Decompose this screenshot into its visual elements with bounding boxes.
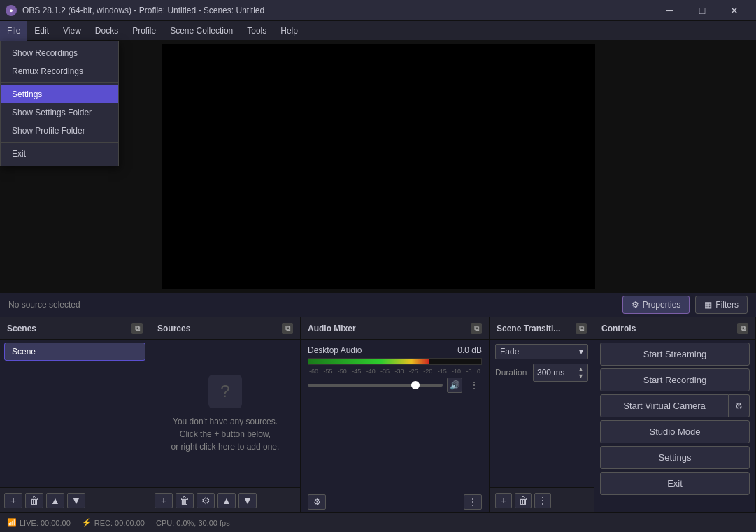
menu-tools[interactable]: Tools	[240, 21, 273, 41]
audio-menu-button[interactable]: ⋮	[466, 378, 482, 393]
audio-settings-button[interactable]: ⚙	[308, 494, 326, 510]
audio-meter-fill	[308, 359, 429, 364]
live-icon: 📶	[7, 518, 17, 527]
duration-value: 300 ms	[537, 368, 564, 378]
scenes-panel-content: Scene	[0, 340, 150, 487]
scenes-panel-title: Scenes	[7, 324, 36, 333]
menu-remux-recordings[interactable]: Remux Recordings	[1, 62, 118, 80]
sources-panel-content: ? You don't have any sources.Click the +…	[150, 340, 300, 487]
transitions-panel-undock-icon[interactable]: ⧉	[576, 323, 587, 334]
transition-select[interactable]: Fade ▾	[495, 344, 588, 359]
audio-controls-row: 🔊 ⋮	[308, 378, 482, 393]
transitions-add-button[interactable]: +	[495, 493, 512, 508]
scenes-panel-undock-icon[interactable]: ⧉	[131, 323, 143, 334]
controls-panel-content: Start Streaming Start Recording Start Vi…	[594, 340, 755, 512]
rec-timer: REC: 00:00:00	[94, 519, 145, 527]
virtual-camera-settings-button[interactable]: ⚙	[729, 394, 750, 417]
panels: Scenes ⧉ Scene + 🗑 ▲ ▼ Sources ⧉ ? You d…	[0, 317, 756, 512]
audio-mixer-header: Audio Mixer ⧉	[301, 317, 489, 340]
titlebar-title: OBS 28.1.2 (64-bit, windows) - Profile: …	[22, 6, 264, 15]
sources-panel: Sources ⧉ ? You don't have any sources.C…	[150, 317, 301, 512]
cpu-status: CPU: 0.0%, 30.00 fps	[156, 519, 230, 527]
menu-show-profile-folder[interactable]: Show Profile Folder	[1, 122, 118, 140]
question-icon: ?	[208, 375, 242, 408]
menu-view[interactable]: View	[56, 21, 88, 41]
sources-panel-title: Sources	[157, 324, 190, 333]
menu-profile[interactable]: Profile	[125, 21, 163, 41]
menu-bar: File Edit View Docks Profile Scene Colle…	[0, 21, 756, 41]
menu-edit[interactable]: Edit	[27, 21, 56, 41]
audio-channel-desktop: Desktop Audio 0.0 dB -60 -55 -50 -45 -40…	[301, 340, 489, 398]
virtual-camera-row: Start Virtual Camera ⚙	[600, 394, 750, 417]
scenes-up-button[interactable]: ▲	[46, 493, 64, 508]
menu-docks[interactable]: Docks	[88, 21, 125, 41]
sources-down-button[interactable]: ▼	[238, 493, 257, 508]
volume-slider[interactable]	[308, 384, 443, 387]
titlebar-left: ● OBS 28.1.2 (64-bit, windows) - Profile…	[6, 5, 264, 16]
sources-remove-button[interactable]: 🗑	[176, 493, 194, 508]
studio-mode-button[interactable]: Studio Mode	[600, 420, 750, 443]
sources-panel-header: Sources ⧉	[150, 317, 300, 340]
controls-panel: Controls ⧉ Start Streaming Start Recordi…	[594, 317, 756, 512]
sources-up-button[interactable]: ▲	[217, 493, 236, 508]
scenes-down-button[interactable]: ▼	[67, 493, 85, 508]
transitions-panel-header: Scene Transiti... ⧉	[490, 317, 594, 340]
mute-button[interactable]: 🔊	[447, 378, 462, 393]
filters-button[interactable]: ▦ Filters	[695, 296, 748, 314]
settings-button[interactable]: Settings	[600, 446, 750, 469]
scene-item-scene[interactable]: Scene	[4, 343, 145, 361]
sources-empty-text: You don't have any sources.Click the + b…	[171, 415, 280, 453]
controls-panel-title: Controls	[601, 324, 636, 333]
menu-exit[interactable]: Exit	[1, 145, 118, 163]
menu-help[interactable]: Help	[273, 21, 305, 41]
audio-channel-name: Desktop Audio	[308, 345, 362, 355]
live-status: 📶 LIVE: 00:00:00	[7, 518, 71, 527]
start-recording-button[interactable]: Start Recording	[600, 368, 750, 391]
menu-settings[interactable]: Settings	[1, 85, 118, 103]
menu-file[interactable]: File	[0, 21, 27, 41]
controls-panel-undock-icon[interactable]: ⧉	[737, 323, 748, 334]
menu-scene-collection[interactable]: Scene Collection	[163, 21, 240, 41]
audio-mixer-title: Audio Mixer	[308, 324, 356, 333]
sources-panel-undock-icon[interactable]: ⧉	[282, 323, 293, 334]
controls-panel-header: Controls ⧉	[594, 317, 755, 340]
scene-transitions-panel: Scene Transiti... ⧉ Fade ▾ Duration 300 …	[490, 317, 594, 512]
audio-channel-db: 0.0 dB	[457, 345, 482, 355]
titlebar-controls: ─ □ ✕	[654, 0, 750, 21]
menu-divider-1	[1, 82, 118, 83]
status-bar: 📶 LIVE: 00:00:00 ⚡ REC: 00:00:00 CPU: 0.…	[0, 512, 756, 532]
minimize-button[interactable]: ─	[654, 0, 686, 21]
exit-button[interactable]: Exit	[600, 472, 750, 495]
start-virtual-camera-button[interactable]: Start Virtual Camera	[600, 394, 729, 417]
sources-settings-button[interactable]: ⚙	[197, 493, 215, 508]
audio-mixer-content: Desktop Audio 0.0 dB -60 -55 -50 -45 -40…	[301, 340, 489, 491]
sources-empty-state: ? You don't have any sources.Click the +…	[150, 340, 300, 487]
transitions-remove-button[interactable]: 🗑	[515, 493, 532, 508]
start-streaming-button[interactable]: Start Streaming	[600, 343, 750, 366]
scenes-remove-button[interactable]: 🗑	[25, 493, 43, 508]
maximize-button[interactable]: □	[686, 0, 718, 21]
audio-mixer-undock-icon[interactable]: ⧉	[471, 323, 482, 334]
preview-screen	[162, 44, 595, 289]
menu-divider-2	[1, 142, 118, 143]
audio-meter-bar	[308, 358, 482, 365]
app-icon: ●	[6, 5, 17, 16]
live-timer: LIVE: 00:00:00	[20, 519, 71, 527]
menu-show-recordings[interactable]: Show Recordings	[1, 44, 118, 62]
transitions-menu-button[interactable]: ⋮	[534, 493, 551, 508]
audio-mixer-panel: Audio Mixer ⧉ Desktop Audio 0.0 dB -60 -…	[301, 317, 490, 512]
rec-status: ⚡ REC: 00:00:00	[82, 518, 145, 527]
menu-show-settings-folder[interactable]: Show Settings Folder	[1, 103, 118, 122]
duration-input[interactable]: 300 ms ▲▼	[533, 364, 588, 382]
transitions-panel-title: Scene Transiti...	[497, 324, 560, 333]
close-button[interactable]: ✕	[718, 0, 750, 21]
properties-button[interactable]: ⚙ Properties	[622, 296, 690, 314]
scenes-add-button[interactable]: +	[4, 493, 22, 508]
gear-icon: ⚙	[632, 300, 639, 310]
audio-mixer-footer: ⚙ ⋮	[301, 491, 489, 512]
sources-add-button[interactable]: +	[155, 493, 173, 508]
audio-overflow-button[interactable]: ⋮	[464, 494, 482, 510]
no-source-label: No source selected	[8, 300, 80, 310]
audio-meter-scale: -60 -55 -50 -45 -40 -35 -30 -25 -20 -15 …	[308, 368, 482, 375]
duration-row: Duration 300 ms ▲▼	[495, 364, 588, 382]
